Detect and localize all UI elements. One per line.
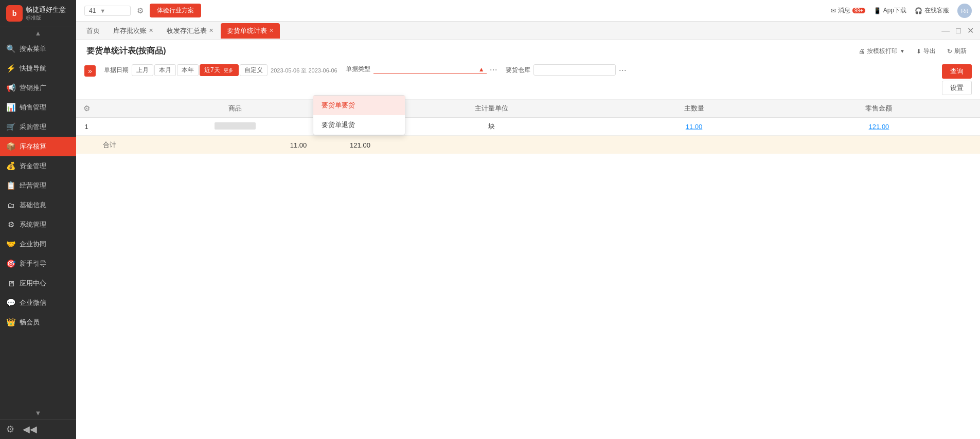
tab-selector[interactable]: 41 ▼ <box>84 6 131 16</box>
app-download-btn[interactable]: 📱 App下载 <box>874 6 906 15</box>
warehouse-filter-input[interactable] <box>533 64 616 76</box>
tabs-window-actions: — □ ✕ <box>939 25 980 36</box>
refresh-icon: ↻ <box>947 48 952 55</box>
user-avatar-btn[interactable]: Rit <box>957 4 972 18</box>
table-settings-icon[interactable]: ⚙ <box>83 104 90 113</box>
collapse-sidebar-icon[interactable]: ◀◀ <box>23 424 37 435</box>
header-settings-icon[interactable]: ⚙ <box>137 6 144 15</box>
warehouse-filter-label: 要货仓库 <box>506 66 530 75</box>
filter-toggle-btn[interactable]: » <box>84 65 96 77</box>
tab-order-stats[interactable]: 要货单统计表 ✕ <box>221 23 280 39</box>
settings-bottom-icon[interactable]: ⚙ <box>6 424 14 435</box>
type-filter-input[interactable] <box>373 64 487 74</box>
online-service-btn[interactable]: 🎧 在线客服 <box>915 6 949 15</box>
handshake-icon: 🤝 <box>6 240 15 249</box>
money-icon: 💰 <box>6 161 15 171</box>
date-btn-custom[interactable]: 自定义 <box>240 64 268 76</box>
type-input-wrapper: ▲ <box>373 64 487 74</box>
tab-inventory-batch-label: 库存批次账 <box>113 26 147 35</box>
sidebar-item-guide[interactable]: 🎯 新手引导 <box>0 254 76 273</box>
sidebar-item-system[interactable]: ⚙ 系统管理 <box>0 215 76 234</box>
data-table: ⚙ 商品 主计量单位 主数量 零售金额 <box>76 100 980 136</box>
product-placeholder <box>215 122 256 130</box>
sidebar-item-basic[interactable]: 🗂 基础信息 <box>0 195 76 215</box>
main-content: 要货单统计表(按商品) 🖨 按模板打印 ▼ ⬇ 导出 ↻ 刷新 » <box>76 40 980 439</box>
footer-total-label: 合计 <box>82 140 268 150</box>
app-download-label: App下载 <box>883 6 906 15</box>
amount-link[interactable]: 121.00 <box>869 123 889 131</box>
trial-button[interactable]: 体验行业方案 <box>150 4 201 17</box>
avatar: Rit <box>957 4 972 18</box>
tabs-bar: 首页 库存批次账 ✕ 收发存汇总表 ✕ 要货单统计表 ✕ — □ ✕ <box>76 22 980 40</box>
search-icon: 🔍 <box>6 44 15 53</box>
export-btn[interactable]: ⬇ 导出 <box>913 45 939 57</box>
type-filter-label: 单据类型 <box>346 65 370 74</box>
sidebar-item-collab[interactable]: 🤝 企业协同 <box>0 234 76 254</box>
type-dropdown: 要货单要货 要货单退货 <box>313 95 405 135</box>
sidebar-scroll-up[interactable]: ▲ <box>0 27 76 39</box>
date-btn-this-month[interactable]: 本月 <box>154 64 176 76</box>
page-title: 要货单统计表(按商品) <box>86 46 166 57</box>
date-filter-group: 单据日期 上月 本月 本年 近7天 更多 自定义 2023-05-06 至 20… <box>104 64 337 76</box>
date-buttons: 上月 本月 本年 近7天 更多 自定义 <box>132 64 268 76</box>
window-close-btn[interactable]: ✕ <box>965 25 976 36</box>
warehouse-more-btn[interactable]: ··· <box>619 65 627 75</box>
warehouse-filter-group: 要货仓库 ··· <box>506 64 627 76</box>
query-button[interactable]: 查询 <box>942 64 972 79</box>
phone-icon: 📱 <box>874 7 881 14</box>
sidebar-scroll-down[interactable]: ▼ <box>0 407 76 419</box>
sidebar-item-quicknav[interactable]: ⚡ 快捷导航 <box>0 59 76 78</box>
chat-icon: 💬 <box>6 298 15 307</box>
date-btn-recent7[interactable]: 近7天 更多 <box>200 64 239 76</box>
sidebar-item-operations[interactable]: 📋 经营管理 <box>0 176 76 195</box>
tab-inventory-batch[interactable]: 库存批次账 ✕ <box>107 23 159 39</box>
tab-inventory-batch-close[interactable]: ✕ <box>149 27 153 34</box>
app-logo: b 畅捷通好生意 标准版 <box>0 0 76 27</box>
messages-btn[interactable]: ✉ 消息 99+ <box>831 6 865 15</box>
sidebar-item-apps[interactable]: 🖥 应用中心 <box>0 273 76 293</box>
set-button[interactable]: 设置 <box>942 81 972 95</box>
table-col-amount: 零售金额 <box>778 100 980 118</box>
tab-recv-summary[interactable]: 收发存汇总表 ✕ <box>161 23 220 39</box>
sidebar-item-label: 基础信息 <box>20 200 46 210</box>
dropdown-item-order-return[interactable]: 要货单退货 <box>313 115 405 135</box>
type-chevron-icon[interactable]: ▲ <box>478 66 485 73</box>
sidebar-item-label: 企业微信 <box>20 298 46 307</box>
app-name: 畅捷通好生意 <box>26 6 66 14</box>
sidebar-item-label: 系统管理 <box>20 220 46 229</box>
tab-home-label: 首页 <box>86 26 100 35</box>
window-minimize-btn[interactable]: — <box>939 25 952 36</box>
headset-icon: 🎧 <box>915 7 922 14</box>
print-btn[interactable]: 🖨 按模板打印 ▼ <box>856 45 908 57</box>
sidebar-item-marketing[interactable]: 📢 营销推广 <box>0 78 76 98</box>
dropdown-item-order-goods[interactable]: 要货单要货 <box>313 96 405 115</box>
table-cell-seq: 1 <box>76 118 97 136</box>
sidebar-item-purchase[interactable]: 🛒 采购管理 <box>0 117 76 137</box>
type-more-btn[interactable]: ··· <box>490 65 497 74</box>
quantity-link[interactable]: 11.00 <box>686 123 703 131</box>
sidebar-item-wechat[interactable]: 💬 企业微信 <box>0 293 76 313</box>
table-col-settings: ⚙ <box>76 100 97 118</box>
sidebar-item-sales[interactable]: 📊 销售管理 <box>0 98 76 117</box>
refresh-btn[interactable]: ↻ 刷新 <box>944 45 970 57</box>
crown-icon: 👑 <box>6 318 15 327</box>
window-maximize-btn[interactable]: □ <box>954 25 963 36</box>
sidebar-item-label: 库存核算 <box>20 142 46 151</box>
chart-icon: 📊 <box>6 103 15 112</box>
sidebar-item-search[interactable]: 🔍 搜索菜单 <box>0 39 76 59</box>
page-actions: 🖨 按模板打印 ▼ ⬇ 导出 ↻ 刷新 <box>856 45 970 57</box>
date-btn-this-year[interactable]: 本年 <box>177 64 199 76</box>
table-header-row: ⚙ 商品 主计量单位 主数量 零售金额 <box>76 100 980 118</box>
sidebar-item-vip[interactable]: 👑 畅会员 <box>0 313 76 332</box>
sidebar-item-inventory[interactable]: 📦 库存核算 <box>0 137 76 156</box>
tab-recv-summary-close[interactable]: ✕ <box>209 27 213 34</box>
date-btn-last-month[interactable]: 上月 <box>132 64 153 76</box>
sidebar-item-label: 快捷导航 <box>20 64 46 73</box>
message-icon: ✉ <box>831 7 836 14</box>
footer-quantity: 11.00 <box>268 141 329 149</box>
sidebar-item-finance[interactable]: 💰 资金管理 <box>0 156 76 176</box>
tab-home[interactable]: 首页 <box>80 23 106 39</box>
table-cell-amount: 121.00 <box>778 118 980 136</box>
tab-order-stats-close[interactable]: ✕ <box>269 27 274 34</box>
table-footer: 合计 11.00 121.00 <box>76 136 980 154</box>
